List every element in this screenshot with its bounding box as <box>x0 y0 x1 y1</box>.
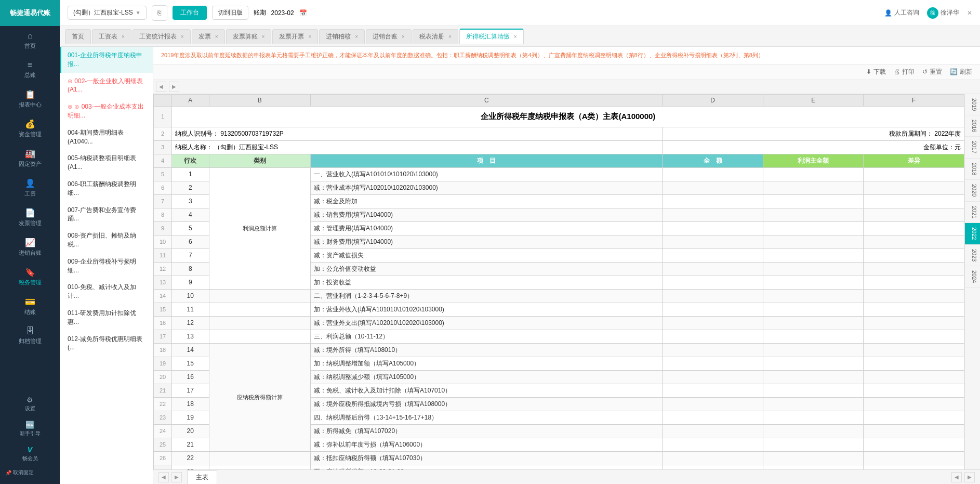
nav-next-button[interactable]: ▶ <box>169 82 179 92</box>
data-cell <box>763 289 864 303</box>
tab-income-tax[interactable]: 所得税汇算清缴 × <box>459 29 524 44</box>
print-button[interactable]: 🖨 打印 <box>894 68 915 76</box>
sheet-tab-main[interactable]: 主表 <box>187 470 217 484</box>
sidebar-item-tax[interactable]: 🔖 税务管理 <box>0 262 60 292</box>
refresh-button[interactable]: 🔄 刷新 <box>950 68 972 76</box>
row-number: 25 <box>154 438 172 451</box>
tab-invoice[interactable]: 发票 × <box>192 29 225 44</box>
tab-close-sales-ledger[interactable]: × <box>402 34 405 40</box>
data-cell <box>663 465 763 469</box>
sidebar-item-reports[interactable]: 📋 报表中心 <box>0 84 60 114</box>
legacy-switch-button[interactable]: 切到旧版 <box>212 6 248 20</box>
tab-close-payroll[interactable]: × <box>122 34 125 40</box>
tab-close-sales-audit[interactable]: × <box>355 34 358 40</box>
col-a-header: A <box>172 94 209 106</box>
scroll-left-button[interactable]: ◀ <box>951 472 962 482</box>
ai-consult[interactable]: 👤 人工咨询 <box>884 8 919 17</box>
tab-close-invoice-issue[interactable]: × <box>308 34 311 40</box>
sidebar-item-label: 资金管理 <box>19 130 42 138</box>
sidebar-item-funds[interactable]: 💰 资金管理 <box>0 114 60 143</box>
menu-item-002[interactable]: 002-一般企业收入明细表(A1... <box>60 73 153 99</box>
tab-close-invoice-calc[interactable]: × <box>262 34 265 40</box>
menu-item-009[interactable]: 009-企业所得税补亏损明细... <box>60 253 153 279</box>
calendar-icon[interactable]: 📅 <box>299 9 307 17</box>
tab-close-invoice[interactable]: × <box>215 34 218 40</box>
left-menu: 001-企业所得税年度纳税申报... 002-一般企业收入明细表(A1... ⊙… <box>60 47 153 484</box>
reset-button[interactable]: ↺ 重置 <box>922 68 942 76</box>
menu-item-007[interactable]: 007-广告费和业务宣传费踊... <box>60 202 153 228</box>
tab-invoice-issue[interactable]: 发票开票 × <box>272 29 318 44</box>
sidebar-item-vip[interactable]: V 畅会员 <box>5 441 55 466</box>
menu-item-012[interactable]: 012-减免所得税优惠明细表(... <box>60 331 153 357</box>
data-cell <box>864 370 964 384</box>
year-2016[interactable]: 2016 <box>965 115 980 137</box>
data-cell: 4 <box>172 208 209 221</box>
sidebar-item-invoice[interactable]: 📄 发票管理 <box>0 203 60 232</box>
tab-sales-audit[interactable]: 进销稽核 × <box>319 29 365 44</box>
sidebar-item-guide[interactable]: 🆕 新手引导 <box>5 416 55 441</box>
year-2019[interactable]: 2019 <box>965 94 980 115</box>
menu-item-008[interactable]: 008-资产折旧、摊销及纳税... <box>60 227 153 253</box>
sidebar-item-home[interactable]: ⌂ 首页 <box>0 26 60 55</box>
sheet-nav-prev[interactable]: ◀ <box>158 472 169 482</box>
copy-icon[interactable]: ⎘ <box>152 5 167 21</box>
sidebar-item-ledger[interactable]: ≡ 总账 <box>0 55 60 84</box>
tab-close-income-tax[interactable]: × <box>514 34 517 40</box>
menu-item-003[interactable]: ⊙ 003-一般企业成本支出明细... <box>60 98 153 124</box>
company-selector[interactable]: (勾删）江西服宝-LSS ▼ <box>68 6 147 20</box>
menu-item-006[interactable]: 006-职工薪酬纳税调整明细... <box>60 176 153 202</box>
data-cell: 减：财务费用(填写A104000) <box>311 235 663 248</box>
sidebar-item-assets[interactable]: 🏭 固定资产 <box>0 143 60 173</box>
currency-cell: 金额单位：元 <box>663 140 964 154</box>
sidebar-item-sales[interactable]: 📈 进销台账 <box>0 232 60 262</box>
tab-close-tax-list[interactable]: × <box>448 34 452 40</box>
sidebar-item-settings[interactable]: ⚙ 设置 <box>5 391 55 416</box>
user-info[interactable]: 徐 徐泽华 <box>927 7 959 19</box>
sidebar-item-settlement[interactable]: 💳 结账 <box>0 292 60 321</box>
table-row: 4 行次 类别 项 目 全 额 利润主全额 差异 <box>154 154 964 167</box>
sidebar-item-label: 发票管理 <box>19 219 42 227</box>
sidebar-item-payroll[interactable]: 👤 工资 <box>0 173 60 203</box>
sidebar-item-archive[interactable]: 🗄 归档管理 <box>0 321 60 350</box>
year-2017[interactable]: 2017 <box>965 137 980 158</box>
close-window-button[interactable]: ✕ <box>967 9 972 17</box>
data-cell: 7 <box>172 248 209 262</box>
tab-payroll[interactable]: 工资表 × <box>92 29 131 44</box>
col-quane-header: 全 额 <box>663 154 763 167</box>
menu-item-010[interactable]: 010-免税、减计收入及加计... <box>60 279 153 305</box>
year-2020[interactable]: 2020 <box>965 180 980 201</box>
scroll-right-button[interactable]: ▶ <box>964 472 975 482</box>
tab-home[interactable]: 首页 <box>65 29 91 44</box>
col-lirenze-header: 利润主全额 <box>763 154 864 167</box>
data-cell <box>864 316 964 330</box>
menu-item-011[interactable]: 011-研发费用加计扣除优惠... <box>60 305 153 331</box>
menu-item-001[interactable]: 001-企业所得税年度纳税申报... <box>60 47 153 73</box>
workstation-button[interactable]: 工作台 <box>173 6 207 20</box>
year-2021[interactable]: 2021 <box>965 202 980 223</box>
sidebar: 畅捷通易代账 ⌂ 首页 ≡ 总账 📋 报表中心 💰 资金管理 🏭 固定资产 👤 … <box>0 0 60 484</box>
table-scroll-area[interactable]: A B C D E F <box>153 94 964 470</box>
menu-item-004[interactable]: 004-期间费用明细表(A1040... <box>60 124 153 150</box>
tab-invoice-calc[interactable]: 发票算账 × <box>226 29 272 44</box>
row-number: 9 <box>154 221 172 235</box>
year-2023[interactable]: 2023 <box>965 245 980 266</box>
menu-item-005[interactable]: 005-纳税调整项目明细表(A1... <box>60 150 153 176</box>
sheet-nav-next[interactable]: ▶ <box>171 472 182 482</box>
data-cell <box>864 208 964 221</box>
year-2018[interactable]: 2018 <box>965 159 980 180</box>
data-cell <box>663 316 763 330</box>
year-2024[interactable]: 2024 <box>965 266 980 287</box>
nav-prev-button[interactable]: ◀ <box>156 82 166 92</box>
data-cell: 17 <box>172 384 209 397</box>
tab-close-payroll-stats[interactable]: × <box>181 34 184 40</box>
data-cell <box>663 276 763 289</box>
tab-payroll-stats[interactable]: 工资统计报表 × <box>133 29 191 44</box>
year-panel: 2019 2016 2017 2018 2020 2021 2022 2023 … <box>964 94 980 470</box>
unpin-button[interactable]: 📌 取消固定 <box>5 466 55 479</box>
download-button[interactable]: ⬇ 下载 <box>866 68 886 76</box>
data-cell: 二、营业利润（1-2-3-4-5-6-7-8+9） <box>311 289 663 303</box>
row-number: 3 <box>154 140 172 154</box>
tab-tax-list[interactable]: 税表清册 × <box>413 29 458 44</box>
year-2022[interactable]: 2022 <box>965 223 980 244</box>
tab-sales-ledger[interactable]: 进销台账 × <box>366 29 412 44</box>
